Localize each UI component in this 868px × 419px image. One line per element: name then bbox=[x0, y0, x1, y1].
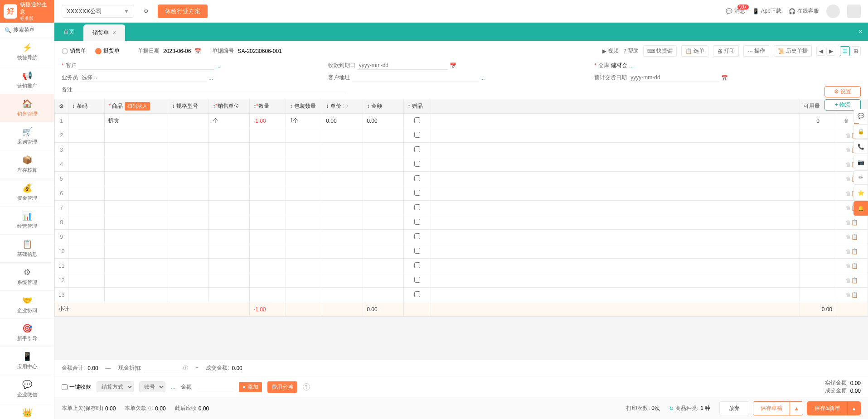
delete-icon[interactable]: 🗑 bbox=[846, 147, 851, 153]
type-sales-radio[interactable]: 销售单 bbox=[62, 47, 86, 55]
salesperson-dots[interactable]: ... bbox=[209, 75, 213, 81]
float-phone-icon[interactable]: 📞 bbox=[853, 140, 868, 154]
app-download-button[interactable]: 📱 App下载 bbox=[752, 7, 781, 15]
sidebar-item-finance[interactable]: 💰 资金管理 bbox=[0, 178, 54, 207]
copy-icon[interactable]: 📋 bbox=[851, 263, 858, 269]
notes-input[interactable] bbox=[74, 86, 346, 94]
add-payment-button[interactable]: ● 添加 bbox=[239, 382, 262, 392]
user-menu[interactable] bbox=[847, 5, 861, 18]
delete-icon[interactable]: 🗑 bbox=[846, 161, 851, 168]
discard-button[interactable]: 放弃 bbox=[719, 401, 749, 415]
save-draft-dropdown[interactable]: ▲ bbox=[790, 402, 803, 415]
type-return-radio[interactable]: 退货单 bbox=[95, 47, 120, 55]
customer-dots[interactable]: ... bbox=[216, 63, 221, 69]
gift-checkbox[interactable] bbox=[414, 175, 420, 181]
row-gift[interactable] bbox=[404, 114, 431, 128]
company-selector[interactable]: XXXXXX公司 ▼ bbox=[62, 5, 134, 18]
tab-home[interactable]: 首页 bbox=[54, 23, 83, 41]
close-all-tabs-button[interactable]: × bbox=[853, 28, 868, 36]
gift-checkbox[interactable] bbox=[414, 117, 420, 123]
float-lock-icon[interactable]: 🔒 bbox=[853, 124, 868, 139]
due-date-input[interactable] bbox=[357, 61, 448, 70]
online-support-button[interactable]: 🎧 在线客服 bbox=[789, 7, 819, 15]
float-scan-icon[interactable]: 📷 bbox=[853, 155, 868, 169]
gift-checkbox[interactable] bbox=[414, 277, 420, 283]
sidebar-item-system[interactable]: ⚙ 系统管理 bbox=[0, 263, 54, 291]
toolbar-history[interactable]: 📜 历史单据 bbox=[774, 45, 812, 57]
calendar-icon[interactable]: 📅 bbox=[194, 48, 201, 54]
sidebar-item-enterprise[interactable]: 🤝 企业协同 bbox=[0, 291, 54, 319]
delete-icon[interactable]: 🗑 bbox=[846, 132, 851, 139]
float-star-icon[interactable]: ⭐ bbox=[853, 186, 868, 200]
toolbar-select[interactable]: 📋 选单 bbox=[681, 45, 708, 57]
customer-addr-input[interactable] bbox=[352, 73, 479, 82]
messages-button[interactable]: 💬 消息 99+ bbox=[726, 7, 745, 15]
row-unit[interactable]: 个 bbox=[209, 114, 250, 128]
table-settings-icon[interactable]: ⚙ bbox=[59, 103, 64, 110]
delete-icon[interactable]: 🗑 bbox=[846, 190, 851, 197]
copy-icon[interactable]: 📋 bbox=[851, 292, 858, 298]
float-chat-icon[interactable]: 💬 bbox=[853, 109, 868, 123]
discount-help-icon[interactable]: ⓘ bbox=[183, 365, 188, 371]
sidebar-item-base[interactable]: 📋 基础信息 bbox=[0, 235, 54, 263]
row-product[interactable]: 拆贡 bbox=[105, 114, 168, 128]
next-record-button[interactable]: ▶ bbox=[826, 47, 835, 56]
gift-checkbox[interactable] bbox=[414, 262, 420, 268]
sidebar-item-quicknav[interactable]: ⚡ 快捷导航 bbox=[0, 38, 54, 66]
gift-checkbox[interactable] bbox=[414, 248, 420, 254]
one-click-payment[interactable]: 一键收款 bbox=[62, 383, 91, 391]
header-settings-icon[interactable]: ⚙ bbox=[140, 5, 152, 18]
trial-button[interactable]: 体验行业方案 bbox=[158, 5, 208, 18]
copy-icon[interactable]: 📋 bbox=[851, 277, 858, 284]
sidebar-item-operations[interactable]: 📊 经营管理 bbox=[0, 207, 54, 235]
due-date-calendar-icon[interactable]: 📅 bbox=[450, 63, 456, 69]
warehouse-dots[interactable]: ... bbox=[629, 63, 634, 69]
row-barcode[interactable] bbox=[68, 114, 105, 128]
sidebar-search[interactable]: 🔍 搜索菜单 bbox=[0, 23, 54, 38]
sidebar-item-guide[interactable]: 🎯 新手引导 bbox=[0, 319, 54, 347]
delete-icon[interactable]: 🗑 bbox=[844, 118, 849, 124]
delete-icon[interactable]: 🗑 bbox=[846, 219, 851, 226]
gift-checkbox[interactable] bbox=[414, 291, 420, 297]
gift-checkbox[interactable] bbox=[414, 132, 420, 138]
toolbar-ops[interactable]: ⋯ 操作 bbox=[743, 45, 769, 57]
sidebar-item-inventory[interactable]: 📦 库存核算 bbox=[0, 150, 54, 178]
tab-close-icon[interactable]: × bbox=[112, 29, 116, 36]
row-price[interactable]: 0.00 bbox=[322, 114, 363, 128]
owe-help-icon[interactable]: ⓘ bbox=[148, 405, 153, 412]
expense-split-button[interactable]: 费用分摊 bbox=[267, 381, 297, 393]
scan-button[interactable]: 扫码录入 bbox=[125, 102, 150, 111]
toolbar-help[interactable]: ? 帮助 bbox=[623, 47, 639, 55]
delete-icon[interactable]: 🗑 bbox=[846, 205, 851, 211]
sidebar-item-marketing[interactable]: 📢 营销推广 bbox=[0, 66, 54, 94]
float-alert-icon[interactable]: 🔔 bbox=[853, 201, 868, 216]
discount-input[interactable] bbox=[144, 364, 180, 372]
row-remark[interactable] bbox=[431, 114, 800, 128]
payment-account-select[interactable]: 账号 bbox=[139, 381, 165, 392]
delete-icon[interactable]: 🗑 bbox=[846, 277, 851, 284]
refresh-icon[interactable]: ↻ bbox=[669, 405, 674, 412]
table-scroll-area[interactable]: ⚙ ↕ 条码 * 商品 扫码录入 ↕ 规格型号 bbox=[54, 99, 868, 360]
list-view-button[interactable]: ☰ bbox=[840, 46, 850, 56]
customer-addr-dots[interactable]: ... bbox=[480, 75, 485, 81]
tab-sales-order[interactable]: 销货单 × bbox=[83, 24, 125, 41]
gift-checkbox[interactable] bbox=[414, 204, 420, 210]
toolbar-video[interactable]: ▶ 视频 bbox=[602, 47, 619, 55]
gift-checkbox[interactable] bbox=[414, 161, 420, 167]
toolbar-shortcuts[interactable]: ⌨ 快捷键 bbox=[643, 45, 677, 57]
sidebar-item-purchase[interactable]: 🛒 采购管理 bbox=[0, 122, 54, 150]
sidebar-item-apps[interactable]: 📱 应用中心 bbox=[0, 347, 54, 375]
row-qty[interactable]: -1.00 bbox=[250, 114, 286, 128]
copy-icon[interactable]: 📋 bbox=[851, 219, 858, 226]
help-circle-icon[interactable]: ? bbox=[303, 383, 310, 390]
copy-icon[interactable]: 📋 bbox=[851, 234, 858, 240]
row-pkgqty[interactable]: 1个 bbox=[286, 114, 322, 128]
payment-method-select[interactable]: 结算方式 bbox=[97, 381, 134, 392]
delete-icon[interactable]: 🗑 bbox=[846, 234, 851, 240]
one-click-checkbox[interactable] bbox=[62, 384, 68, 390]
save-new-button[interactable]: 保存&新增 bbox=[807, 402, 847, 415]
sidebar-item-sales[interactable]: 🏠 销售管理 bbox=[0, 94, 54, 122]
payment-dots[interactable]: ... bbox=[171, 384, 175, 390]
sidebar-item-wechat[interactable]: 💬 企业微信 bbox=[0, 375, 54, 403]
sidebar-item-member[interactable]: 👑 畅会员 bbox=[0, 403, 54, 419]
